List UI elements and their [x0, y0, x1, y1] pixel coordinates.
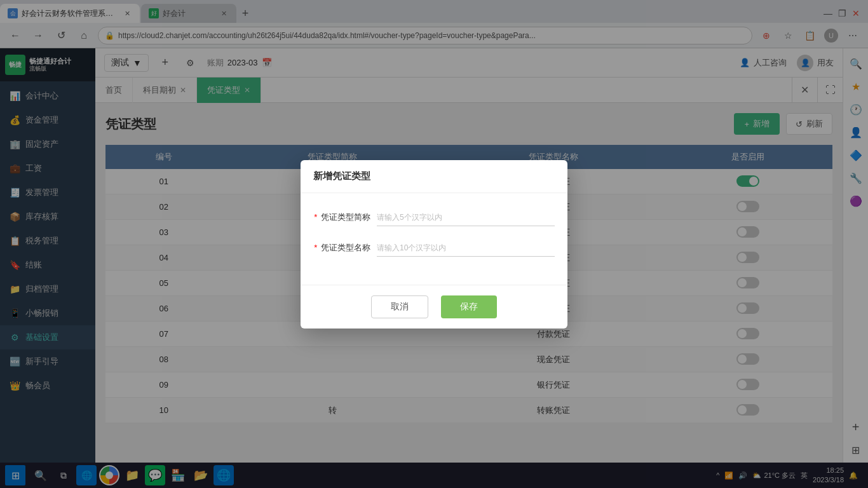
save-button[interactable]: 保存 — [441, 295, 497, 318]
required-mark-name: * — [314, 243, 317, 252]
modal-title: 新增凭证类型 — [313, 170, 370, 182]
cancel-button[interactable]: 取消 — [371, 295, 428, 318]
field-short-input[interactable] — [377, 208, 555, 226]
form-label-short: * 凭证类型简称 — [313, 212, 377, 223]
modal-header: 新增凭证类型 — [301, 160, 567, 193]
form-label-name: * 凭证类型名称 — [313, 242, 377, 254]
field-short-label: 凭证类型简称 — [321, 212, 370, 222]
form-row-name: * 凭证类型名称 — [313, 239, 555, 257]
field-name-label: 凭证类型名称 — [321, 243, 370, 252]
modal-overlay[interactable]: 新增凭证类型 * 凭证类型简称 * 凭证类型名称 取消 保存 — [0, 0, 868, 488]
modal-new-voucher-type: 新增凭证类型 * 凭证类型简称 * 凭证类型名称 取消 保存 — [301, 160, 567, 329]
modal-footer: 取消 保存 — [301, 285, 567, 329]
modal-body: * 凭证类型简称 * 凭证类型名称 — [301, 193, 567, 285]
required-mark-short: * — [314, 212, 317, 222]
field-name-input[interactable] — [377, 239, 555, 257]
form-row-short: * 凭证类型简称 — [313, 208, 555, 226]
